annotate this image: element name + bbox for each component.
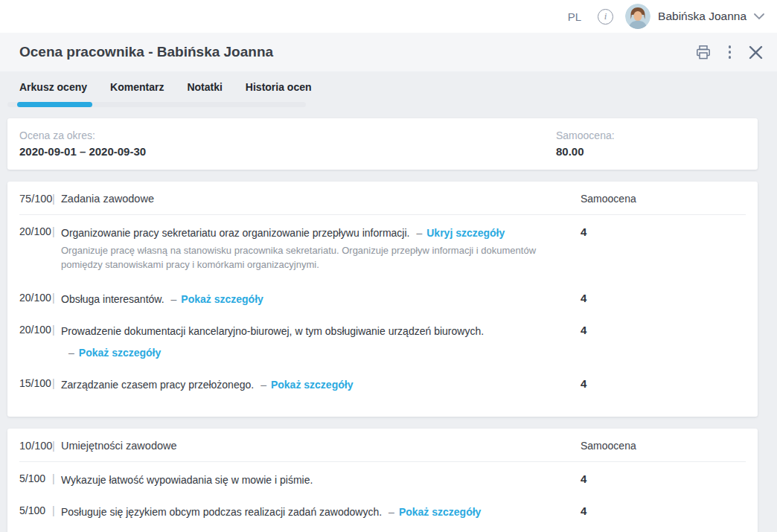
- criterion-score: 20/100: [19, 292, 52, 304]
- period-value: 2020-09-01 – 2020-09-30: [19, 145, 556, 158]
- show-details-link[interactable]: Pokaż szczegóły: [79, 347, 162, 359]
- criterion-value: 4: [560, 377, 746, 390]
- criterion-score: 20/100: [19, 225, 52, 237]
- criterion-row: 20/100 | Organizowanie pracy sekretariat…: [19, 215, 746, 281]
- more-options-button[interactable]: [726, 44, 735, 60]
- summary-card: Ocena za okres: 2020-09-01 – 2020-09-30 …: [7, 118, 758, 170]
- link-dash: –: [68, 347, 74, 359]
- self-assessment-label: Samoocena:: [556, 129, 746, 141]
- criterion-details: Organizuje pracę własną na stanowisku pr…: [61, 244, 560, 272]
- info-icon[interactable]: i: [598, 9, 613, 25]
- criterion-value: 4: [560, 292, 746, 304]
- column-header-samoocena: Samoocena: [560, 440, 746, 452]
- language-switcher[interactable]: PL: [568, 10, 581, 23]
- criterion-value: 4: [560, 324, 746, 336]
- section-title: Umiejętności zawodowe: [61, 440, 560, 452]
- criterion-text: Zarządzanie czasem pracy przełożonego.–P…: [61, 377, 560, 393]
- avatar[interactable]: [625, 4, 650, 29]
- printer-icon: [695, 45, 712, 60]
- tabs: Arkusz oceny Komentarz Notatki Historia …: [0, 71, 777, 109]
- criterion-text: Posługuje się językiem obcym podczas rea…: [61, 504, 560, 520]
- topbar: PL i Babińska Joanna: [0, 0, 777, 33]
- criterion-score: 20/100: [19, 324, 52, 336]
- criterion-value: 4: [560, 504, 746, 517]
- criterion-text: Obsługa interesantów.–Pokaż szczegóły: [61, 292, 560, 307]
- active-tab-indicator: [17, 102, 92, 107]
- close-icon: [748, 45, 764, 60]
- section-header: 10/100 | Umiejętności zawodowe Samoocena: [19, 429, 746, 462]
- criterion-value: 4: [560, 225, 746, 238]
- score-separator: |: [52, 193, 61, 205]
- period-field: Ocena za okres: 2020-09-01 – 2020-09-30: [19, 129, 556, 158]
- user-menu[interactable]: Babińska Joanna: [658, 10, 746, 23]
- hide-details-link[interactable]: Ukryj szczegóły: [426, 227, 505, 239]
- period-label: Ocena za okres:: [19, 129, 556, 141]
- section-header: 75/100 | Zadania zawodowe Samoocena: [19, 182, 746, 215]
- criterion-score: 5/100: [19, 472, 52, 484]
- section-score: 75/100: [19, 193, 52, 205]
- criterion-text: Organizowanie pracy sekretariatu oraz or…: [61, 225, 560, 241]
- close-button[interactable]: [748, 45, 764, 60]
- section-score: 10/100: [19, 440, 52, 452]
- show-details-link[interactable]: Pokaż szczegóły: [271, 379, 354, 391]
- criterion-row: 5/100 | Wykazuje łatwość wypowiadania si…: [19, 462, 746, 494]
- criterion-row: 20/100 | Obsługa interesantów.–Pokaż szc…: [19, 281, 746, 313]
- column-header-samoocena: Samoocena: [560, 193, 746, 205]
- kebab-icon: [729, 45, 732, 48]
- criterion-text: Prowadzenie dokumentacji kancelaryjno-bi…: [61, 324, 560, 361]
- criterion-row: 15/100 | Zarządzanie czasem pracy przeło…: [19, 367, 746, 399]
- link-dash: –: [171, 293, 177, 305]
- criterion-row: 5/100 | Posługuje się językiem obcym pod…: [19, 494, 746, 526]
- show-details-link[interactable]: Pokaż szczegóły: [181, 293, 263, 305]
- self-assessment-field: Samoocena: 80.00: [556, 129, 746, 158]
- section-zadania-zawodowe: 75/100 | Zadania zawodowe Samoocena 20/1…: [7, 182, 758, 417]
- link-dash: –: [416, 227, 422, 239]
- score-separator: |: [52, 440, 61, 452]
- chevron-down-icon[interactable]: [753, 13, 765, 20]
- page-title: Ocena pracownika - Babińska Joanna: [19, 44, 681, 60]
- self-assessment-value: 80.00: [556, 145, 746, 158]
- show-details-link[interactable]: Pokaż szczegóły: [399, 506, 482, 518]
- print-button[interactable]: [695, 45, 712, 60]
- criterion-score: 5/100: [19, 504, 52, 516]
- criterion-score: 15/100: [19, 377, 52, 389]
- titlebar: Ocena pracownika - Babińska Joanna: [0, 33, 777, 71]
- criterion-value: 4: [560, 472, 746, 485]
- criterion-text: Wykazuje łatwość wypowiadania się w mowi…: [61, 472, 560, 488]
- avatar-image: [625, 4, 650, 29]
- criterion-row: 20/100 | Prowadzenie dokumentacji kancel…: [19, 313, 746, 367]
- link-dash: –: [388, 506, 394, 518]
- section-title: Zadania zawodowe: [61, 193, 560, 205]
- section-umiejetnosci-zawodowe: 10/100 | Umiejętności zawodowe Samoocena…: [7, 429, 758, 532]
- link-dash: –: [260, 379, 266, 391]
